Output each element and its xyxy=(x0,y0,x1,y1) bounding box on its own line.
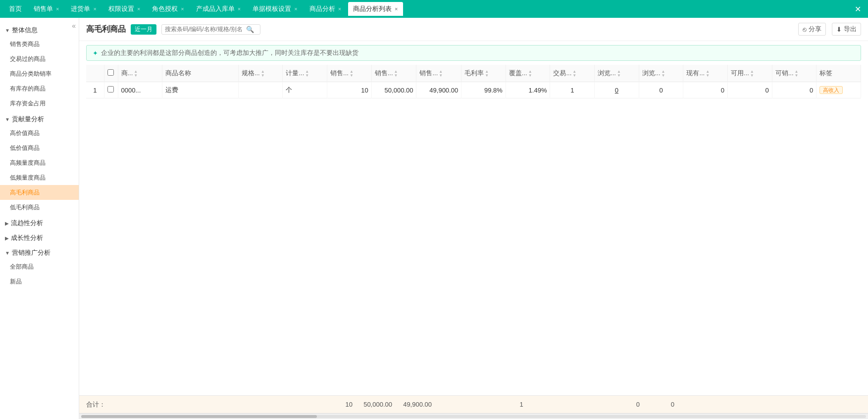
arrow-icon: ▼ xyxy=(5,250,10,256)
col-header-available[interactable]: 可用...▲▼ xyxy=(728,65,772,82)
col-header-sales-qty[interactable]: 销售...▲▼ xyxy=(327,65,372,82)
nav-tab-sales[interactable]: 销售单× xyxy=(29,2,64,16)
col-header-goods-code[interactable]: 商...▲▼ xyxy=(118,65,162,82)
col-header-current-stock[interactable]: 现有...▲▼ xyxy=(683,65,728,82)
sidebar-item-low-freq[interactable]: 低频量度商品 xyxy=(0,170,79,185)
table-row: 10000...运费个1050,000.0049,900.0099.8%1.49… xyxy=(86,82,861,98)
col-header-browse2[interactable]: 浏览...▲▼ xyxy=(639,65,683,82)
cell-browse1[interactable]: 0 xyxy=(595,82,639,98)
browse-link[interactable]: 0 xyxy=(615,87,618,94)
tab-close-icon-auth-settings[interactable]: × xyxy=(137,6,140,12)
sort-icon-spec[interactable]: ▲▼ xyxy=(261,70,265,78)
sidebar-group-overall[interactable]: ▼ 整体信息 xyxy=(0,22,79,37)
nav-tab-role-auth[interactable]: 角色授权× xyxy=(147,2,189,16)
sort-icon-sellable[interactable]: ▲▼ xyxy=(795,70,799,78)
sidebar-group-marketing-analysis[interactable]: ▼ 营销推广分析 xyxy=(0,244,79,259)
col-header-spec[interactable]: 规格...▲▼ xyxy=(238,65,283,82)
sidebar-group-wealth-analysis[interactable]: ▼ 贡献量分析 xyxy=(0,111,79,126)
sidebar-group-trend-analysis[interactable]: ▶ 流趋性分析 xyxy=(0,215,79,230)
col-header-margin-rate[interactable]: 毛利率▲▼ xyxy=(461,65,506,82)
sort-icon-available[interactable]: ▲▼ xyxy=(750,70,754,78)
sort-icon-sales-amount[interactable]: ▲▼ xyxy=(394,70,398,78)
search-icon[interactable]: 🔍 xyxy=(246,26,254,33)
tab-close-icon-template[interactable]: × xyxy=(294,6,297,12)
col-header-index xyxy=(86,65,104,82)
sort-icon-sales-cost[interactable]: ▲▼ xyxy=(439,70,443,78)
scrollbar-thumb[interactable] xyxy=(81,415,317,418)
cell-checkbox[interactable] xyxy=(104,82,118,98)
tab-close-icon-sales[interactable]: × xyxy=(56,6,59,12)
sidebar-item-high-value[interactable]: 高价值商品 xyxy=(0,126,79,140)
tab-close-icon-product-entry[interactable]: × xyxy=(238,6,241,12)
tab-close-icon-product-analysis[interactable]: × xyxy=(338,6,341,12)
sort-icon-margin-rate[interactable]: ▲▼ xyxy=(485,70,489,78)
col-header-unit[interactable]: 计量...▲▼ xyxy=(283,65,327,82)
sort-icon-coverage[interactable]: ▲▼ xyxy=(528,70,532,78)
tab-close-icon-role-auth[interactable]: × xyxy=(181,6,184,12)
sidebar-item-goods-assist-rate[interactable]: 商品分类助销率 xyxy=(0,66,79,81)
arrow-icon: ▶ xyxy=(5,235,9,241)
sort-icon-transactions[interactable]: ▲▼ xyxy=(572,70,576,78)
col-header-tag: 标签 xyxy=(817,65,861,82)
row-checkbox[interactable] xyxy=(107,86,114,93)
scrollbar-track xyxy=(81,415,866,418)
close-all-icon[interactable]: ✕ xyxy=(852,4,864,14)
cell-spec xyxy=(238,82,283,98)
select-all-checkbox[interactable] xyxy=(107,69,114,76)
footer-label: 合计： xyxy=(86,400,126,409)
search-input[interactable] xyxy=(165,26,244,33)
sort-icon-unit[interactable]: ▲▼ xyxy=(305,70,309,78)
sidebar-item-inventory-goods[interactable]: 有库存的商品 xyxy=(0,81,79,96)
col-header-checkbox xyxy=(104,65,118,82)
sidebar-item-traded-goods[interactable]: 交易过的商品 xyxy=(0,51,79,66)
search-wrap: 🔍 xyxy=(161,24,260,35)
sort-icon-sales-qty[interactable]: ▲▼ xyxy=(350,70,354,78)
sidebar: « ▼ 整体信息销售类商品交易过的商品商品分类助销率有库存的商品库存资金占用▼ … xyxy=(0,18,79,419)
col-header-sales-cost[interactable]: 销售...▲▼ xyxy=(416,65,461,82)
col-header-coverage[interactable]: 覆盖...▲▼ xyxy=(506,65,550,82)
cell-available: 0 xyxy=(728,82,772,98)
nav-tab-home[interactable]: 首页 xyxy=(4,2,27,16)
sort-icon-current-stock[interactable]: ▲▼ xyxy=(706,70,710,78)
sidebar-item-inventory-share[interactable]: 库存资金占用 xyxy=(0,96,79,111)
sort-icon-browse2[interactable]: ▲▼ xyxy=(662,70,665,78)
nav-tab-product-analysis-list[interactable]: 商品分析列表× xyxy=(348,2,403,16)
tab-close-icon-product-analysis-list[interactable]: × xyxy=(395,6,398,12)
nav-tab-auth-settings[interactable]: 权限设置× xyxy=(103,2,145,16)
footer-cell-11: 1 xyxy=(504,401,539,408)
footer-summary: 合计： 1050,000.0049,900.00100 xyxy=(79,395,868,413)
col-header-browse1[interactable]: 浏览...▲▼ xyxy=(595,65,639,82)
export-button[interactable]: ⬇ 导出 xyxy=(832,23,861,36)
sidebar-item-low-value[interactable]: 低价值商品 xyxy=(0,140,79,155)
table-wrap[interactable]: 商...▲▼商品名称规格...▲▼计量...▲▼销售...▲▼销售...▲▼销售… xyxy=(79,65,868,395)
sort-icon-browse1[interactable]: ▲▼ xyxy=(617,70,621,78)
sidebar-group-growth-analysis[interactable]: ▶ 成长性分析 xyxy=(0,230,79,244)
share-button[interactable]: ⎋ 分享 xyxy=(798,23,826,36)
cell-browse2: 0 xyxy=(639,82,683,98)
sort-icon-goods-code[interactable]: ▲▼ xyxy=(134,70,138,78)
col-header-sellable[interactable]: 可销...▲▼ xyxy=(772,65,817,82)
nav-tab-template[interactable]: 单据模板设置× xyxy=(248,2,302,16)
cell-unit: 个 xyxy=(283,82,327,98)
footer-cell-15: 0 xyxy=(643,401,677,408)
col-header-transactions[interactable]: 交易...▲▼ xyxy=(550,65,595,82)
sidebar-item-new-goods[interactable]: 新品 xyxy=(0,274,79,289)
bottom-scrollbar[interactable] xyxy=(79,413,868,419)
sidebar-item-all-goods[interactable]: 全部商品 xyxy=(0,259,79,274)
nav-tab-product-entry[interactable]: 产成品入库单× xyxy=(191,2,246,16)
info-text: 企业的主要的利润都是这部分商品创造的，可考虑加大推广，同时关注库存是不要出现缺货 xyxy=(101,48,358,57)
col-header-sales-amount[interactable]: 销售...▲▼ xyxy=(371,65,416,82)
sidebar-item-high-freq[interactable]: 高频量度商品 xyxy=(0,155,79,170)
tab-close-icon-purchase[interactable]: × xyxy=(93,6,96,12)
arrow-icon: ▼ xyxy=(5,28,10,33)
page-title: 高毛利商品 xyxy=(86,24,126,35)
sidebar-item-sales-goods[interactable]: 销售类商品 xyxy=(0,37,79,51)
nav-tab-product-analysis[interactable]: 商品分析× xyxy=(305,2,346,16)
export-icon: ⬇ xyxy=(836,26,842,33)
sidebar-item-low-margin[interactable]: 低毛利商品 xyxy=(0,200,79,215)
sidebar-collapse-btn[interactable]: « xyxy=(72,22,76,30)
col-header-goods-name[interactable]: 商品名称 xyxy=(162,65,239,82)
time-filter-button[interactable]: 近一月 xyxy=(131,24,156,35)
sidebar-item-high-margin[interactable]: 高毛利商品 xyxy=(0,185,79,200)
nav-tab-purchase[interactable]: 进货单× xyxy=(66,2,101,16)
